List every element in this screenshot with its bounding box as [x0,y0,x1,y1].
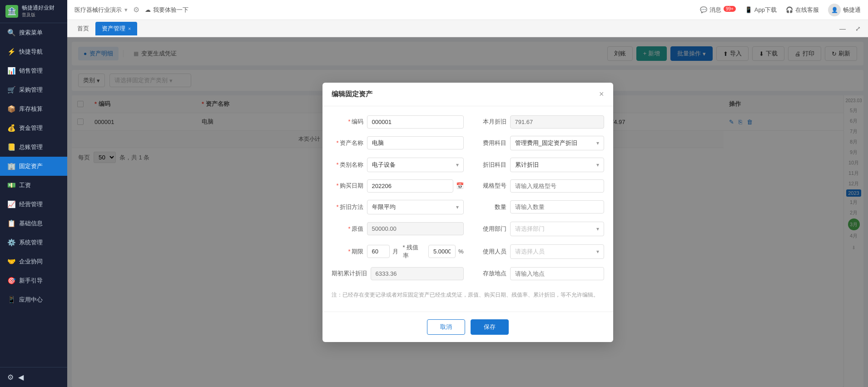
sidebar-item-system[interactable]: ⚙️ 系统管理 [0,233,67,252]
sidebar-item-operations[interactable]: 📈 经营管理 [0,195,67,214]
user-label: 使用人员 [475,248,506,256]
purchase-date-input[interactable] [367,179,453,193]
tab-home[interactable]: 首页 [71,22,95,35]
sidebar-item-collab[interactable]: 🤝 企业协同 [0,252,67,271]
expand-icon[interactable]: ⤢ [852,22,864,35]
quantity-input[interactable] [510,200,604,213]
form-group-expense-account: 费用科目 管理费用_固定资产折旧 ▾ [475,136,604,150]
tab-asset-management[interactable]: 资产管理 × [95,22,137,35]
search-icon: 🔍 [7,29,15,37]
sidebar-item-purchase[interactable]: 🛒 采购管理 [0,80,67,99]
modal-body: 编码 本月折旧 资产名称 [322,106,613,312]
sidebar-item-appstore[interactable]: 📱 应用中心 [0,290,67,309]
quicknav-icon: ⚡ [7,48,15,56]
collapse-icon[interactable]: ◀ [18,373,24,382]
period-inline: 月 * 残值率 % [367,243,464,260]
form-group-dept: 使用部门 请选择部门 ▾ [475,222,604,236]
cancel-button[interactable]: 取消 [427,319,465,335]
purchase-icon: 🛒 [7,86,15,94]
sidebar-item-assets[interactable]: 🏢 固定资产 [0,157,67,176]
dep-method-select[interactable]: 年限平均 ▾ [367,200,464,214]
chevron-down-icon: ▾ [124,6,128,13]
tabbar: 首页 资产管理 × — ⤢ [67,20,868,37]
message-button[interactable]: 💬 消息 99+ [700,6,736,14]
form-group-code: 编码 [332,115,464,129]
app-badge: 普及版 [22,12,55,18]
ledger-icon: 📒 [7,143,15,151]
online-service-button[interactable]: 🎧 在线客服 [786,6,819,14]
form-note: 注：已经存在变更记录或者对应固定资产已经生成凭证，原值、购买日期、残值率、累计折… [332,288,604,303]
sidebar-item-ledger[interactable]: 📒 总账管理 [0,138,67,157]
monthly-dep-label: 本月折旧 [475,118,506,126]
logo-icon: 🏦 [5,5,18,18]
assets-icon: 🏢 [7,162,15,170]
inventory-icon: 📦 [7,105,15,113]
spec-input[interactable] [510,179,604,193]
dept-select[interactable]: 请选择部门 ▾ [510,222,604,236]
calendar-icon[interactable]: 📅 [456,182,464,189]
form-group-dep-account: 折旧科目 累计折旧 ▾ [475,158,604,172]
asset-name-input[interactable] [367,136,464,149]
collab-icon: 🤝 [7,258,15,266]
monthly-dep-input [510,115,604,129]
service-icon: 🎧 [786,6,793,13]
form-group-period: 期限 月 * 残值率 % [332,243,464,260]
system-icon: ⚙️ [7,238,15,247]
form-group-dep-method: 折旧方法 年限平均 ▾ [332,200,464,214]
period-unit: 月 [392,248,398,256]
chevron-down-icon5: ▾ [596,248,599,255]
app-download-button[interactable]: 📱 App下载 [745,6,777,14]
form-group-user: 使用人员 请选择人员 ▾ [475,243,604,260]
sidebar-item-guide[interactable]: 🎯 新手引导 [0,271,67,290]
sidebar-scroll: 🔍 搜索菜单 ⚡ 快捷导航 📊 销售管理 🛒 采购管理 📦 库存核算 [0,23,67,367]
chevron-down-icon: ▾ [456,162,459,168]
modal-close-button[interactable]: × [599,90,604,98]
experience-button[interactable]: ☁ 我要体验一下 [145,6,188,14]
settings-gear-icon[interactable]: ⚙ [133,5,139,14]
code-label: 编码 [332,118,363,126]
sidebar-item-inventory[interactable]: 📦 库存核算 [0,99,67,119]
form-group-spec: 规格型号 [475,179,604,193]
chevron-down-icon2: ▾ [596,162,599,168]
chevron-down-icon3: ▾ [456,204,459,210]
expense-account-select[interactable]: 管理费用_固定资产折旧 ▾ [510,136,604,150]
sidebar-item-search[interactable]: 🔍 搜索菜单 [0,23,67,42]
app-name: 畅捷通好业财 [22,5,55,12]
form-group-original-value: 原值 [332,222,464,236]
form-group-category: 类别名称 电子设备 ▾ [332,158,464,172]
sidebar-item-basic[interactable]: 📋 基础信息 [0,214,67,233]
company-title: 医疗器械行业演示 ▾ [74,6,128,14]
modal-footer: 取消 保存 [322,312,613,342]
topbar: 医疗器械行业演示 ▾ ⚙ ☁ 我要体验一下 💬 消息 99+ 📱 App下载 [67,0,868,20]
sidebar-item-quicknav[interactable]: ⚡ 快捷导航 [0,42,67,61]
user-profile[interactable]: 👤 畅捷通 [828,4,861,16]
sidebar-item-finance[interactable]: 💰 资金管理 [0,119,67,138]
save-button[interactable]: 保存 [471,319,509,335]
dept-label: 使用部门 [475,225,506,233]
form-grid: 编码 本月折旧 资产名称 [332,115,604,303]
sales-icon: 📊 [7,67,15,75]
location-input[interactable] [510,267,604,280]
avatar: 👤 [828,4,841,16]
settings-icon[interactable]: ⚙ [7,373,14,382]
content-area: ● 资产明细 ▦ 变更生成凭证 刘账 + 新增 批量操作 ▾ [67,37,868,387]
tab-close-icon[interactable]: × [128,26,131,31]
user-select[interactable]: 请选择人员 ▾ [510,244,604,259]
minimize-icon[interactable]: — [836,22,849,35]
dep-account-select[interactable]: 累计折旧 ▾ [510,158,604,172]
sidebar-item-sales[interactable]: 📊 销售管理 [0,61,67,80]
code-input[interactable] [367,115,464,129]
sidebar-item-payroll[interactable]: 💵 工资 [0,176,67,195]
download-icon: 📱 [745,6,752,13]
category-select[interactable]: 电子设备 ▾ [367,158,464,172]
finance-icon: 💰 [7,124,15,132]
dep-account-label: 折旧科目 [475,161,506,169]
sidebar-logo: 🏦 畅捷通好业财 普及版 [0,0,67,23]
modal-overlay: 编辑固定资产 × 编码 本 [67,37,868,387]
residual-rate-unit: % [458,248,464,255]
payroll-icon: 💵 [7,181,15,189]
modal-header: 编辑固定资产 × [322,83,613,106]
original-value-input [367,222,464,235]
category-label: 类别名称 [332,161,363,169]
sidebar: 🏦 畅捷通好业财 普及版 🔍 搜索菜单 ⚡ 快捷导航 📊 销售管理 [0,0,67,387]
